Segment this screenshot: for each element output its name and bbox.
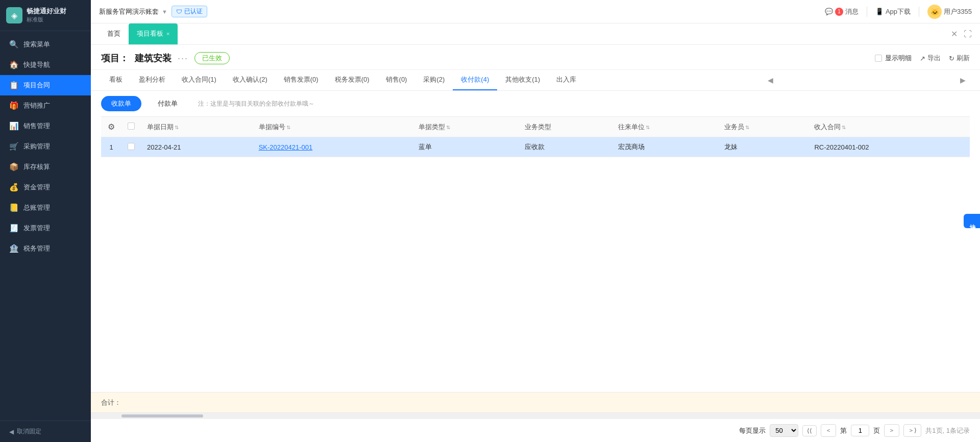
account-selector[interactable]: 新服务官网演示账套 ▼ [99, 7, 167, 16]
table-row[interactable]: 1 2022-04-21 SK-20220421-001 蓝单 应收款 宏茂商场… [101, 137, 970, 157]
nav-label-purchase: 采购管理 [23, 142, 50, 151]
tab-close-icon[interactable]: × [166, 31, 169, 37]
project-actions: 显示明细 ↗ 导出 ↻ 刷新 [875, 54, 970, 63]
sort-icon-partner[interactable]: ⇅ [646, 125, 650, 130]
project-more-btn[interactable]: ··· [178, 53, 188, 64]
sidebar-item-invoice[interactable]: 🧾发票管理 [0, 218, 91, 238]
select-all-checkbox[interactable] [128, 122, 135, 130]
row-checkbox-0[interactable] [128, 143, 135, 150]
sidebar-item-quicknav[interactable]: 🏠快捷导航 [0, 55, 91, 75]
nav-label-contract: 项目合同 [23, 81, 50, 90]
receipt-tab-btn[interactable]: 收款单 [101, 96, 141, 111]
prev-page-btn[interactable]: ＜ [821, 424, 836, 437]
sub-tab-tax_invoice[interactable]: 税务发票(0) [327, 70, 378, 90]
avatar: 🐱 [927, 5, 942, 19]
sub-tab-receipt[interactable]: 收付款(4) [453, 70, 497, 90]
app-subtitle: 标准版 [27, 16, 66, 23]
sidebar-item-tax[interactable]: 🏦税务管理 [0, 238, 91, 259]
scroll-track[interactable] [91, 412, 980, 419]
sort-icon-type[interactable]: ⇅ [446, 125, 450, 130]
nav-icon-capital: 💰 [9, 183, 18, 192]
show-detail-checkbox[interactable] [875, 55, 882, 62]
sub-tab-purchase[interactable]: 采购(2) [415, 70, 453, 90]
sub-tab-income_confirm[interactable]: 收入确认(2) [225, 70, 276, 90]
sort-icon-date[interactable]: ⇅ [175, 125, 179, 130]
status-badge: 已生效 [194, 52, 230, 64]
subtab-right-arrow[interactable]: ▶ [956, 71, 970, 89]
tab-project-board[interactable]: 项目看板 × [129, 23, 178, 44]
subtab-left-arrow[interactable]: ◀ [764, 71, 777, 89]
cell-doc-no: SK-20220421-001 [253, 137, 412, 157]
refresh-icon: ↻ [949, 55, 954, 62]
export-btn[interactable]: ↗ 导出 [920, 54, 941, 63]
cell-doc-date: 2022-04-21 [141, 137, 253, 157]
topbar-left: 新服务官网演示账套 ▼ 🛡 已认证 [99, 6, 819, 17]
sidebar-item-inventory[interactable]: 📦库存核算 [0, 157, 91, 177]
pagination: 每页显示 50 20 100 ⟨⟨ ＜ 第 页 ＞ ＞⟩ 共1页, 1条记录 [91, 419, 980, 442]
inner-tabs: 收款单 付款单 注：这里是与项目关联的全部收付款单哦～ [91, 91, 980, 111]
col-partner: 往来单位⇅ [612, 117, 718, 137]
first-page-btn[interactable]: ⟨⟨ [802, 425, 817, 436]
sub-tab-income_contract[interactable]: 收入合同(1) [174, 70, 225, 90]
message-btn[interactable]: 💬 1 消息 [825, 7, 859, 16]
refresh-btn[interactable]: ↻ 刷新 [949, 54, 970, 63]
next-page-btn[interactable]: ＞ [884, 424, 899, 437]
close-window-btn[interactable]: ✕ [951, 29, 958, 39]
cell-salesperson: 龙妹 [718, 137, 808, 157]
sub-tab-profit[interactable]: 盈利分析 [131, 70, 174, 90]
sidebar-item-contract[interactable]: 📋项目合同 [0, 75, 91, 95]
sub-tab-sales[interactable]: 销售(0) [378, 70, 415, 90]
last-page-btn[interactable]: ＞⟩ [903, 424, 921, 437]
sub-tab-other_expense[interactable]: 其他收支(1) [497, 70, 548, 90]
sidebar-item-search[interactable]: 🔍搜索菜单 [0, 34, 91, 55]
win-controls: ✕ ⛶ [951, 23, 972, 44]
show-detail-toggle[interactable]: 显示明细 [875, 54, 912, 63]
table-body: 1 2022-04-21 SK-20220421-001 蓝单 应收款 宏茂商场… [101, 137, 970, 157]
user-label: 用户3355 [944, 7, 972, 16]
message-badge: 1 [835, 8, 843, 16]
page-input[interactable] [851, 425, 869, 436]
nav-label-tax: 税务管理 [23, 244, 50, 253]
sort-icon-no[interactable]: ⇅ [286, 125, 290, 130]
settings-icon[interactable]: ⚙ [108, 122, 115, 131]
table-header-row: ⚙ 单据日期⇅ 单据编号⇅ 单据类型⇅ 业务类型 往来单位⇅ 业务员⇅ 收入合同… [101, 117, 970, 137]
app-logo: ◈ [6, 7, 22, 23]
user-menu-btn[interactable]: 🐱 用户3355 [927, 5, 972, 19]
per-page-select[interactable]: 50 20 100 [770, 424, 798, 437]
scroll-thumb[interactable] [121, 414, 203, 418]
certified-label: 已认证 [184, 7, 203, 16]
payment-tab-btn[interactable]: 付款单 [148, 96, 188, 111]
nav-label-marketing: 营销推广 [23, 101, 50, 110]
unpin-icon: ◀ [9, 428, 14, 435]
sidebar-item-purchase[interactable]: 🛒采购管理 [0, 136, 91, 157]
export-icon: ↗ [920, 55, 925, 62]
sidebar-footer[interactable]: ◀ 取消固定 [0, 421, 91, 442]
sub-tab-warehouse[interactable]: 出入库 [548, 70, 584, 90]
col-checkbox [121, 117, 141, 137]
project-label-prefix: 项目： [101, 52, 129, 64]
cell-income-contract: RC-20220401-002 [808, 137, 970, 157]
float-record-btn[interactable]: 快捷记录 [964, 214, 980, 228]
sub-tab-kanban[interactable]: 看板 [101, 70, 131, 90]
sidebar-item-ledger[interactable]: 📒总账管理 [0, 198, 91, 218]
account-name: 新服务官网演示账套 [99, 7, 159, 16]
tab-home[interactable]: 首页 [99, 23, 129, 44]
sidebar-item-sales[interactable]: 📊销售管理 [0, 116, 91, 136]
shield-icon: 🛡 [176, 8, 182, 15]
nav-icon-invoice: 🧾 [9, 224, 18, 233]
sub-tab-sales_invoice[interactable]: 销售发票(0) [276, 70, 327, 90]
cell-doc-type: 蓝单 [412, 137, 519, 157]
col-doc-no: 单据编号⇅ [253, 117, 412, 137]
sidebar-item-marketing[interactable]: 🎁营销推广 [0, 95, 91, 116]
col-doc-no-label: 单据编号 [259, 123, 285, 131]
tabbar: 首页 项目看板 × ✕ ⛶ [91, 23, 980, 45]
table-wrap: ⚙ 单据日期⇅ 单据编号⇅ 单据类型⇅ 业务类型 往来单位⇅ 业务员⇅ 收入合同… [91, 111, 980, 392]
sort-icon-contract[interactable]: ⇅ [842, 125, 846, 130]
sort-icon-salesperson[interactable]: ⇅ [745, 125, 749, 130]
doc-no-link-0[interactable]: SK-20220421-001 [259, 143, 313, 151]
sidebar-item-capital[interactable]: 💰资金管理 [0, 177, 91, 198]
expand-window-btn[interactable]: ⛶ [964, 30, 972, 39]
app-download-btn[interactable]: 📱 App下载 [875, 7, 911, 16]
app-title: 畅捷通好业财 [27, 7, 66, 16]
nav-label-capital: 资金管理 [23, 183, 50, 192]
